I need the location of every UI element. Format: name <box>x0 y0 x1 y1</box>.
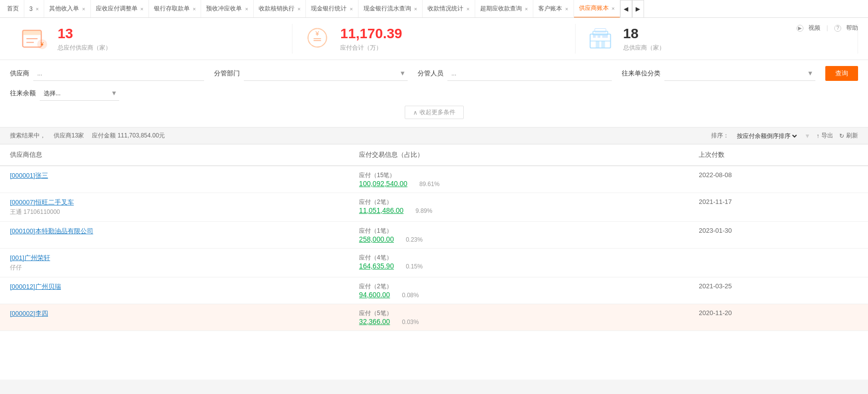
nav-tab-supplier-account[interactable]: 供应商账本 × <box>574 0 620 18</box>
payable-amount-icon: ¥ <box>302 24 332 54</box>
nav-tab-home-label: 首页 <box>7 4 19 13</box>
nav-tab-customer-account[interactable]: 客户账本 × <box>533 0 574 18</box>
transaction-amount-4[interactable]: 94,600.00 <box>359 291 390 299</box>
nav-tab-collection-stat[interactable]: 收款情况统计 × <box>423 0 475 18</box>
col-header-last-payment: 上次付数 <box>689 144 868 166</box>
last-payment-cell-5: 2020-11-20 <box>689 304 868 331</box>
refresh-button[interactable]: ↻ 刷新 <box>839 131 858 140</box>
transaction-amount-row-0: 100,092,540.0089.61% <box>359 180 679 188</box>
supplier-sub-3: 仔仔 <box>10 263 339 272</box>
table-row: [000012]广州贝瑞应付（2笔）94,600.000.08%2021-03-… <box>0 277 868 304</box>
nav-tab-ar-ap-adjust-label: 应收应付调整单 <box>96 4 138 13</box>
video-link[interactable]: 视频 <box>808 24 820 32</box>
transaction-amount-5[interactable]: 32,366.00 <box>359 318 390 326</box>
top-navigation: 首页 3 × 其他收入单 × 应收应付调整单 × 银行存取款单 × 预收冲应收单… <box>0 0 868 18</box>
last-payment-cell-2: 2023-01-30 <box>689 222 868 249</box>
stat-number-payable-suppliers: 13 <box>58 25 282 42</box>
nav-tab-collection-stat-label: 收款情况统计 <box>428 4 463 13</box>
supplier-link-4[interactable]: [000012]广州贝瑞 <box>10 283 61 290</box>
collapse-more-btn[interactable]: ∧ 收起更多条件 <box>405 106 464 119</box>
export-button[interactable]: ↑ 导出 <box>816 131 833 140</box>
transaction-cell-1: 应付（2笔）11,051,486.009.89% <box>349 193 689 222</box>
supplier-cell-4: [000012]广州贝瑞 <box>0 277 349 304</box>
stat-info-payable-amount: 11,170.39 应付合计（万） <box>340 25 565 53</box>
transaction-amount-2[interactable]: 258,000.00 <box>359 235 394 243</box>
filter-select-balance-control[interactable]: 选择... <box>40 90 119 97</box>
nav-tab-cash-bank-flow-label: 现金银行流水查询 <box>363 4 411 13</box>
nav-tab-overdue-query-close[interactable]: × <box>525 6 528 12</box>
nav-tab-bank-deposit-label: 银行存取款单 <box>154 4 190 13</box>
table-row: [000002]李四应付（5笔）32,366.000.03%2020-11-20 <box>0 304 868 331</box>
payable-suppliers-icon: ¥ <box>20 24 50 54</box>
nav-tab-other-income-label: 其他收入单 <box>49 4 79 13</box>
filter-row-2: 往来余额 选择... ▼ <box>10 86 858 101</box>
supplier-link-5[interactable]: [000002]李四 <box>10 310 48 317</box>
nav-tab-ar-ap-adjust[interactable]: 应收应付调整单 × <box>91 0 149 18</box>
nav-tab-collect-verify-label: 收款核销执行 <box>259 4 294 13</box>
stat-block-payable-amount: ¥ 11,170.39 应付合计（万） <box>292 24 575 54</box>
nav-tab-supplier-account-close[interactable]: × <box>612 5 615 11</box>
transaction-amount-row-4: 94,600.000.08% <box>359 291 679 299</box>
nav-tab-overdue-query-label: 超期应收款查询 <box>480 4 522 13</box>
transaction-amount-3[interactable]: 164,635.90 <box>359 262 394 270</box>
filter-label-balance: 往来余额 <box>10 89 36 98</box>
filter-select-balance[interactable]: 选择... ▼ <box>40 86 119 101</box>
header-actions: ▶ 视频 ｜ ? 帮助 <box>796 24 858 32</box>
nav-tab-cash-bank-stat[interactable]: 现金银行统计 × <box>306 0 358 18</box>
nav-tab-home[interactable]: 首页 <box>2 0 24 18</box>
transaction-amount-1[interactable]: 11,051,486.00 <box>359 206 404 214</box>
stat-number-payable-amount: 11,170.39 <box>340 25 565 42</box>
query-button[interactable]: 查询 <box>825 66 858 81</box>
supplier-link-2[interactable]: [000100]本特勤油品有限公司 <box>10 227 93 235</box>
transaction-amount-0[interactable]: 100,092,540.00 <box>359 180 407 188</box>
nav-tab-customer-account-close[interactable]: × <box>565 6 568 12</box>
supplier-link-3[interactable]: [001]广州荣轩 <box>10 254 50 262</box>
nav-tab-other-income-close[interactable]: × <box>82 6 85 12</box>
svg-rect-18 <box>597 35 600 38</box>
filter-item-balance: 往来余额 选择... ▼ <box>10 86 119 101</box>
transaction-percent-5: 0.03% <box>402 319 419 326</box>
nav-tab-other-income[interactable]: 其他收入单 × <box>44 0 90 18</box>
nav-tab-advance-collect-close[interactable]: × <box>245 6 248 12</box>
nav-tab-collection-stat-close[interactable]: × <box>466 6 469 12</box>
nav-tab-cash-bank-stat-close[interactable]: × <box>350 6 353 12</box>
last-payment-value-4: 2021-03-25 <box>699 282 732 290</box>
transaction-percent-0: 89.61% <box>419 181 439 188</box>
filter-select-unit-class-control[interactable] <box>664 70 816 77</box>
nav-right-arrow[interactable]: ▶ <box>632 0 644 18</box>
nav-tab-3-label: 3 <box>29 5 33 12</box>
sort-select[interactable]: 按应付余额倒序排序 <box>735 132 798 140</box>
stat-label-payable-suppliers: 总应付供应商（家） <box>58 44 282 52</box>
help-link[interactable]: 帮助 <box>846 24 858 32</box>
nav-left-arrow[interactable]: ◀ <box>620 0 632 18</box>
filter-input-supplier[interactable] <box>33 66 204 81</box>
stat-info-payable-suppliers: 13 总应付供应商（家） <box>58 25 282 53</box>
nav-tab-collect-verify-close[interactable]: × <box>297 6 300 12</box>
nav-tab-advance-collect[interactable]: 预收冲应收单 × <box>201 0 253 18</box>
supplier-link-1[interactable]: [000007]恒旺二手叉车 <box>10 198 74 206</box>
supplier-cell-2: [000100]本特勤油品有限公司 <box>0 222 349 249</box>
nav-tab-bank-deposit-close[interactable]: × <box>193 6 196 12</box>
nav-tab-cash-bank-flow[interactable]: 现金银行流水查询 × <box>359 0 423 18</box>
nav-tab-3[interactable]: 3 × <box>24 0 44 18</box>
refresh-icon: ↻ <box>839 132 844 139</box>
svg-rect-14 <box>595 41 599 48</box>
nav-tab-collect-verify[interactable]: 收款核销执行 × <box>254 0 306 18</box>
filter-input-person[interactable] <box>447 66 612 81</box>
supplier-link-0[interactable]: [000001]张三 <box>10 172 48 179</box>
nav-tab-bank-deposit[interactable]: 银行存取款单 × <box>149 0 201 18</box>
nav-tab-3-close[interactable]: × <box>36 6 39 12</box>
filter-item-unit-class: 往来单位分类 ▼ <box>622 66 816 81</box>
transaction-label-2: 应付（1笔） <box>359 227 679 235</box>
last-payment-value-0: 2022-08-08 <box>699 171 732 179</box>
last-payment-cell-4: 2021-03-25 <box>689 277 868 304</box>
filter-select-dept[interactable]: ▼ <box>244 66 408 81</box>
table-row: [001]广州荣轩仔仔应付（4笔）164,635.900.15% <box>0 249 868 277</box>
filter-select-unit-class[interactable]: ▼ <box>664 66 816 81</box>
nav-tab-cash-bank-flow-close[interactable]: × <box>414 6 417 12</box>
help-circle-icon: ? <box>834 25 841 32</box>
filter-select-dept-control[interactable] <box>244 70 408 77</box>
nav-tab-overdue-query[interactable]: 超期应收款查询 × <box>475 0 533 18</box>
table-row: [000001]张三应付（15笔）100,092,540.0089.61%202… <box>0 166 868 193</box>
nav-tab-ar-ap-adjust-close[interactable]: × <box>141 6 144 12</box>
